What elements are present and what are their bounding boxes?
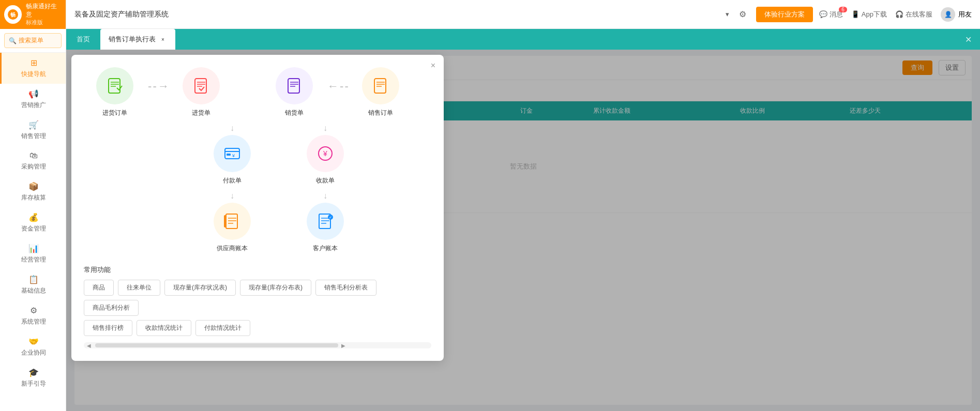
svg-rect-10 xyxy=(288,79,299,93)
modal-overlay[interactable]: × 进货订单 xyxy=(66,50,980,411)
quick-nav-modal: × 进货订单 xyxy=(71,55,444,361)
func-btn-product-profit[interactable]: 商品毛利分析 xyxy=(84,300,139,316)
modal-scrollbar[interactable]: ◀ ▶ xyxy=(84,342,431,348)
receipt-circle: ¥ xyxy=(307,135,344,172)
operation-icon: 📊 xyxy=(28,243,39,253)
func-btn-receipt-stats[interactable]: 收款情况统计 xyxy=(137,320,191,336)
tabbar: 首页 销售订单执行表 × ✕ xyxy=(66,29,980,50)
func-btn-counterpart[interactable]: 往来单位 xyxy=(118,280,160,296)
svg-text:畅: 畅 xyxy=(10,12,16,18)
sidebar-item-finance[interactable]: 💰 资金管理 xyxy=(0,207,66,238)
func-btn-stock-status[interactable]: 现存量(库存状况表) xyxy=(164,280,236,296)
settings-icon[interactable]: ⚙ xyxy=(735,7,750,22)
purchase-bill-circle xyxy=(183,67,220,104)
tab-close-right-icon[interactable]: ✕ xyxy=(957,35,980,44)
arrow-h1: - - → xyxy=(146,80,170,93)
search-icon: 🔍 xyxy=(9,37,17,44)
logo-icon: 畅 xyxy=(4,5,22,24)
quick-icon: ⊞ xyxy=(31,58,37,68)
arrow-h2: ← - - xyxy=(325,80,350,93)
flow-node-purchase-order[interactable]: 进货订单 xyxy=(84,67,146,117)
flow-node-customer-ledger[interactable]: ✓ 客户账本 xyxy=(294,203,356,253)
func-btn-row-1: 商品 往来单位 现存量(库存状况表) 现存量(库存分布表) 销售毛利分析表 商品… xyxy=(84,280,431,316)
scroll-left-arrow[interactable]: ◀ xyxy=(84,343,94,348)
sidebar-item-basic[interactable]: 📋 基础信息 xyxy=(0,269,66,300)
scroll-thumb[interactable] xyxy=(95,343,338,347)
svg-rect-6 xyxy=(195,79,206,93)
sidebar-item-sales[interactable]: 🛒 销售管理 xyxy=(0,115,66,146)
flow-diagram: 进货订单 - - → 进货单 xyxy=(84,67,431,253)
inventory-icon: 📦 xyxy=(28,181,39,191)
logo-text: 畅康通好生意 标准版 xyxy=(26,3,62,26)
svg-rect-28 xyxy=(224,215,226,227)
message-button[interactable]: 💬 消息 6 xyxy=(819,10,843,19)
flow-node-receipt[interactable]: ¥ 收款单 xyxy=(294,135,356,185)
sidebar-item-system[interactable]: ⚙ 系统管理 xyxy=(0,300,66,331)
message-icon: 💬 xyxy=(819,10,827,18)
logo-area: 畅 畅康通好生意 标准版 xyxy=(0,0,66,29)
tab-home[interactable]: 首页 xyxy=(66,29,100,50)
modal-close-button[interactable]: × xyxy=(431,61,435,70)
arrow-v4: ↓ xyxy=(323,191,327,201)
app-download-button[interactable]: 📱 App下载 xyxy=(851,10,887,19)
flow-node-payment[interactable]: ¥ 付款单 xyxy=(201,135,263,185)
marketing-icon: 📢 xyxy=(28,89,39,99)
system-dropdown[interactable]: ▾ xyxy=(726,10,729,18)
search-menu-button[interactable]: 🔍 搜索菜单 xyxy=(4,33,62,48)
search-area[interactable]: 🔍 搜索菜单 xyxy=(0,29,66,53)
user-avatar-area[interactable]: 👤 用友 xyxy=(941,7,972,22)
func-btn-product[interactable]: 商品 xyxy=(84,280,114,296)
topbar: 装备及固定资产辅助管理系统 ▾ ⚙ 体验行业方案 💬 消息 6 📱 App下载 … xyxy=(66,0,980,29)
flow-node-sales-bill[interactable]: 销货单 xyxy=(263,67,325,117)
finance-icon: 💰 xyxy=(28,212,39,222)
newbie-icon: 🎓 xyxy=(28,368,39,377)
chevron-down-icon: ▾ xyxy=(726,10,729,18)
sidebar-item-marketing[interactable]: 📢 营销推广 xyxy=(0,84,66,115)
arrow-v2: ↓ xyxy=(323,124,327,133)
tab-close-icon[interactable]: × xyxy=(159,35,167,43)
topbar-right: 💬 消息 6 📱 App下载 🎧 在线客服 👤 用友 xyxy=(819,7,972,22)
sidebar-item-operation[interactable]: 📊 经营管理 xyxy=(0,238,66,269)
svg-text:✓: ✓ xyxy=(329,216,332,219)
sidebar-item-enterprise[interactable]: 🤝 企业协同 xyxy=(0,331,66,362)
flow-node-sales-order[interactable]: 销售订单 xyxy=(350,67,412,117)
experience-button[interactable]: 体验行业方案 xyxy=(756,7,813,22)
svg-rect-24 xyxy=(226,214,237,229)
func-btn-payment-stats[interactable]: 付款情况统计 xyxy=(195,320,250,336)
basic-icon: 📋 xyxy=(28,275,39,284)
sales-icon: 🛒 xyxy=(28,120,39,130)
content-area: ❓ 帮助 🖨 按模板打印 ▾ ⬆ 导出 🔄 刷新 xyxy=(66,50,980,411)
svg-rect-14 xyxy=(374,79,386,93)
headset-icon: 🎧 xyxy=(895,10,903,18)
purchase-icon: 🛍 xyxy=(29,151,38,160)
scroll-right-arrow[interactable]: ▶ xyxy=(338,343,349,348)
svg-text:¥: ¥ xyxy=(232,153,235,158)
sidebar: 畅 畅康通好生意 标准版 🔍 搜索菜单 ⊞ 快捷导航 📢 营销推广 🛒 xyxy=(0,0,66,411)
flow-node-purchase-bill[interactable]: 进货单 xyxy=(170,67,232,117)
sidebar-nav: ⊞ 快捷导航 📢 营销推广 🛒 销售管理 🛍 采购管理 📦 库存核算 💰 xyxy=(0,53,66,411)
online-service-button[interactable]: 🎧 在线客服 xyxy=(895,10,932,19)
arrow-v3: ↓ xyxy=(230,191,234,201)
sales-order-circle xyxy=(362,67,399,104)
sidebar-item-quick[interactable]: ⊞ 快捷导航 xyxy=(0,53,66,84)
payment-circle: ¥ xyxy=(214,135,251,172)
purchase-order-circle xyxy=(96,67,133,104)
enterprise-icon: 🤝 xyxy=(28,337,39,346)
sidebar-item-inventory[interactable]: 📦 库存核算 xyxy=(0,176,66,207)
sidebar-item-newbie[interactable]: 🎓 新手引导 xyxy=(0,362,66,393)
main-area: 装备及固定资产辅助管理系统 ▾ ⚙ 体验行业方案 💬 消息 6 📱 App下载 … xyxy=(66,0,980,411)
supplier-ledger-circle xyxy=(214,203,251,240)
func-btn-sales-rank[interactable]: 销售排行榜 xyxy=(84,320,132,336)
sales-bill-circle xyxy=(276,67,313,104)
func-btn-stock-dist[interactable]: 现存量(库存分布表) xyxy=(240,280,311,296)
common-functions-title: 常用功能 xyxy=(84,265,431,275)
common-functions: 常用功能 商品 往来单位 现存量(库存状况表) 现存量(库存分布表) 销售毛利分… xyxy=(84,265,431,336)
svg-rect-20 xyxy=(227,154,231,156)
func-btn-sales-profit[interactable]: 销售毛利分析表 xyxy=(315,280,376,296)
message-badge: 6 xyxy=(839,7,847,12)
system-title: 装备及固定资产辅助管理系统 xyxy=(74,10,719,19)
flow-node-supplier-ledger[interactable]: 供应商账本 xyxy=(201,203,263,253)
system-icon: ⚙ xyxy=(30,306,37,315)
sidebar-item-purchase[interactable]: 🛍 采购管理 xyxy=(0,146,66,176)
tab-sales-order[interactable]: 销售订单执行表 × xyxy=(100,29,175,50)
